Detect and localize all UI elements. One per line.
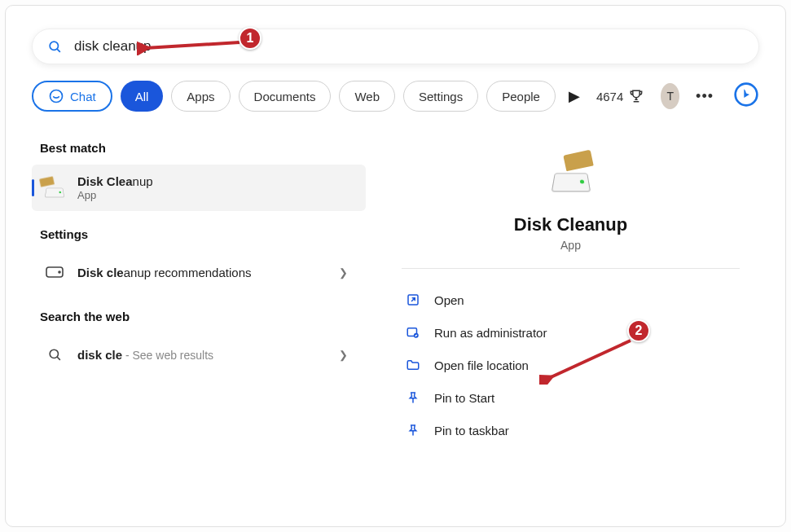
chip-people-label: People (502, 90, 540, 103)
chat-icon (48, 88, 64, 104)
svg-line-7 (57, 357, 60, 360)
action-open[interactable]: Open (400, 284, 748, 316)
annotation-arrow-1 (137, 36, 244, 55)
chevron-right-icon: ❯ (339, 266, 354, 279)
chip-all-label: All (135, 90, 149, 103)
annotation-arrow-2 (539, 336, 637, 385)
web-header: Search the web (32, 293, 366, 333)
filter-row: Chat All Apps Documents Web Settings Peo… (6, 64, 785, 125)
points-value: 4674 (596, 90, 623, 103)
folder-icon (405, 357, 421, 373)
preview-title: Disk Cleanup (382, 214, 759, 235)
action-pin-taskbar[interactable]: Pin to taskbar (400, 414, 748, 446)
pin-icon (405, 389, 421, 406)
bing-icon[interactable] (733, 81, 759, 111)
svg-point-6 (50, 350, 58, 358)
open-icon (405, 292, 421, 308)
chip-settings-label: Settings (419, 90, 463, 103)
result-title: Disk Cleanup (77, 174, 153, 188)
chip-chat-label: Chat (70, 90, 96, 103)
chip-apps[interactable]: Apps (171, 81, 230, 112)
avatar-initial: T (666, 90, 674, 103)
svg-point-0 (50, 42, 58, 50)
action-label: Open file location (434, 358, 529, 372)
result-subtitle: App (77, 189, 153, 201)
pin-icon (405, 422, 421, 438)
action-label: Open (434, 293, 464, 307)
chip-documents[interactable]: Documents (239, 81, 332, 112)
result-disk-cleanup[interactable]: Disk Cleanup App (32, 165, 366, 211)
action-label: Pin to Start (434, 391, 494, 405)
result-title: Disk cleanup recommendations (77, 266, 251, 279)
results-column: Best match Disk Cleanup App Settings Dis… (32, 125, 366, 479)
trophy-icon (628, 88, 644, 104)
chip-web[interactable]: Web (339, 81, 395, 112)
action-label: Pin to taskbar (434, 424, 509, 437)
chip-all[interactable]: All (121, 81, 164, 112)
annotation-badge-1: 1 (239, 27, 261, 50)
action-pin-start[interactable]: Pin to Start (400, 381, 748, 414)
preview-subtitle: App (382, 239, 759, 252)
admin-icon (405, 324, 421, 341)
chip-people[interactable]: People (486, 81, 556, 112)
chip-chat[interactable]: Chat (32, 81, 112, 112)
preview-panel: Disk Cleanup App Open Run as administrat… (382, 125, 759, 479)
disk-cleanup-icon-large (545, 147, 597, 200)
settings-header: Settings (32, 211, 366, 251)
result-title: disk cle - See web results (77, 348, 213, 362)
chip-apps-label: Apps (187, 90, 214, 103)
result-search-web[interactable]: disk cle - See web results ❯ (32, 333, 366, 376)
action-label: Run as administrator (434, 326, 547, 340)
svg-line-1 (57, 49, 60, 52)
chevron-right-icon: ❯ (339, 349, 354, 361)
play-icon[interactable]: ▶ (569, 87, 580, 105)
search-icon (47, 39, 63, 55)
annotation-badge-2: 2 (627, 319, 650, 342)
user-avatar[interactable]: T (661, 83, 679, 109)
chip-web-label: Web (354, 90, 380, 103)
svg-line-14 (549, 341, 631, 378)
chip-documents-label: Documents (254, 90, 316, 103)
more-icon[interactable]: ••• (696, 88, 714, 105)
svg-line-12 (145, 42, 239, 48)
best-match-header: Best match (32, 125, 366, 165)
rewards-points[interactable]: 4674 (596, 88, 644, 104)
search-icon (43, 343, 66, 366)
disk-cleanup-icon (43, 177, 66, 200)
svg-point-5 (59, 271, 60, 273)
svg-point-2 (51, 90, 63, 103)
result-cleanup-recommendations[interactable]: Disk cleanup recommendations ❯ (32, 251, 366, 293)
storage-icon (43, 261, 66, 284)
chip-settings[interactable]: Settings (403, 81, 478, 112)
